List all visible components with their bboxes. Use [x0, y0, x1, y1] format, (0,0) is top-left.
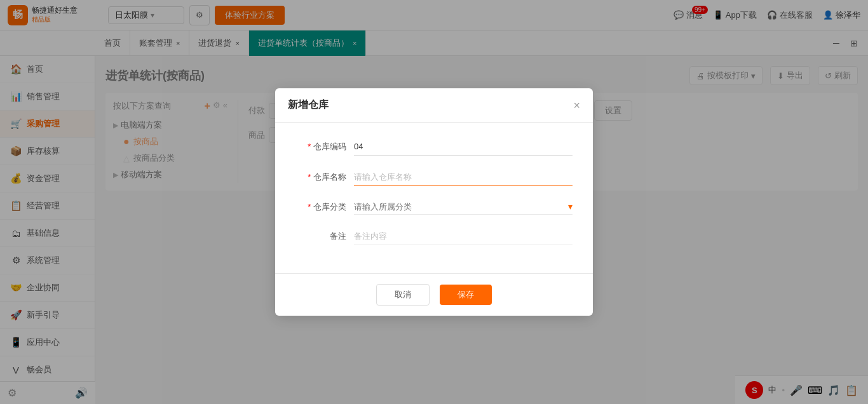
- modal-title: 新增仓库: [288, 98, 329, 112]
- modal-header: 新增仓库 ×: [275, 88, 593, 123]
- note-label: 备注: [295, 231, 346, 242]
- warehouse-code-row: 仓库编码: [295, 138, 573, 156]
- note-row: 备注: [295, 227, 573, 245]
- category-chevron-icon: ▾: [568, 201, 573, 212]
- modal-close-icon[interactable]: ×: [573, 100, 580, 111]
- save-button[interactable]: 保存: [440, 285, 492, 305]
- cancel-button[interactable]: 取消: [376, 284, 430, 306]
- warehouse-code-input[interactable]: [354, 138, 573, 156]
- warehouse-category-row: 仓库分类 ▾: [295, 199, 573, 215]
- note-input[interactable]: [354, 227, 573, 245]
- warehouse-code-label: 仓库编码: [295, 141, 346, 152]
- warehouse-category-input[interactable]: [354, 202, 568, 212]
- warehouse-name-label: 仓库名称: [295, 172, 346, 183]
- warehouse-category-label: 仓库分类: [295, 201, 346, 213]
- modal-footer: 取消 保存: [275, 273, 593, 316]
- warehouse-name-row: 仓库名称: [295, 168, 573, 186]
- warehouse-category-select[interactable]: ▾: [354, 199, 573, 215]
- warehouse-name-input[interactable]: [354, 168, 573, 186]
- modal-body: 仓库编码 仓库名称 仓库分类 ▾ 备注: [275, 123, 593, 273]
- modal-overlay: 新增仓库 × 仓库编码 仓库名称 仓库分类 ▾: [0, 0, 868, 404]
- add-warehouse-modal: 新增仓库 × 仓库编码 仓库名称 仓库分类 ▾: [275, 88, 593, 316]
